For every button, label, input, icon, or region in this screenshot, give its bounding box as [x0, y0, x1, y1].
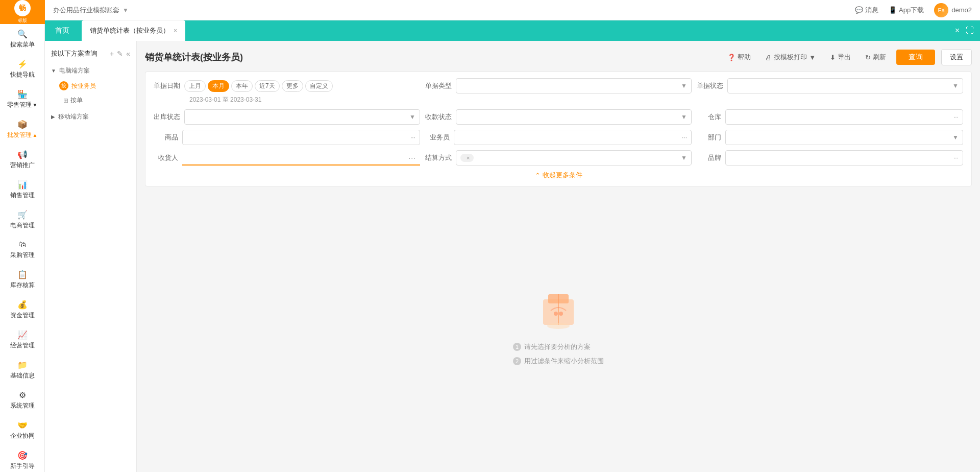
payment-method-select[interactable]: × ▼ — [456, 150, 692, 166]
message-button[interactable]: 💬 消息 — [855, 6, 878, 15]
doc-type-field-wrap: 单据类型 ▼ — [425, 78, 692, 93]
payment-method-tag: × — [460, 154, 474, 162]
goods-dots-icon: ··· — [410, 134, 415, 141]
sidebar-item-ecommerce[interactable]: 🛒 电商管理 — [0, 205, 45, 235]
refresh-button[interactable]: ↻ 刷新 — [861, 51, 890, 64]
sidebar-item-inventory[interactable]: 📋 库存核算 — [0, 265, 45, 295]
warehouse-select[interactable]: ··· — [725, 109, 963, 125]
wholesale-icon: 📦 — [17, 120, 28, 129]
sidebar: 畅 标版 🔍 搜索菜单 ⚡ 快捷导航 🏪 零售管理 ▼ 📦 批发管理 ▲ 📢 营… — [0, 0, 45, 472]
date-btn-last-month[interactable]: 上月 — [184, 80, 206, 92]
app-download-button[interactable]: 📱 App下载 — [889, 6, 924, 15]
doc-type-label: 单据类型 — [425, 81, 456, 90]
message-icon: 💬 — [855, 6, 863, 14]
svg-point-3 — [547, 323, 570, 329]
receipt-status-input-wrap[interactable]: ▼ — [456, 109, 692, 125]
collapse-filters-button[interactable]: ⌃ 收起更多条件 — [154, 171, 963, 180]
payment-method-arrow-icon: ▼ — [681, 154, 687, 161]
tab-bar-close-button[interactable]: × — [953, 24, 962, 37]
page-title-bar: 销货单统计表(按业务员) ❓ 帮助 🖨 按模板打印 ▼ ⬇ 导出 — [145, 49, 972, 65]
scheme-group-mobile-label: 移动端方案 — [58, 112, 89, 121]
date-btn-more[interactable]: 更多 — [282, 80, 303, 92]
add-scheme-icon[interactable]: + — [110, 50, 114, 58]
sidebar-item-quick-nav[interactable]: ⚡ 快捷导航 — [0, 54, 45, 84]
sales-icon: 📊 — [17, 180, 28, 190]
goods-input-wrap[interactable]: ··· — [182, 130, 420, 145]
scheme-group-desktop-header[interactable]: ▼ 电脑端方案 — [45, 63, 136, 78]
doc-type-input-wrap[interactable]: ▼ — [456, 78, 692, 93]
doc-type-select[interactable]: ▼ — [456, 78, 692, 93]
page-title: 销货单统计表(按业务员) — [145, 51, 243, 63]
print-icon: 🖨 — [765, 54, 772, 61]
date-btn-this-year[interactable]: 本年 — [231, 80, 253, 92]
doc-status-field-wrap: 单据状态 ▼ — [697, 78, 963, 93]
scheme-order-icon: ⊞ — [63, 97, 68, 104]
tab-active[interactable]: 销货单统计表（按业务员） × — [82, 20, 185, 41]
export-button[interactable]: ⬇ 导出 — [826, 51, 855, 64]
scheme-group-mobile-header[interactable]: ▶ 移动端方案 — [45, 109, 136, 124]
scheme-order-label: 按单 — [70, 96, 83, 105]
out-status-arrow-icon: ▼ — [409, 113, 415, 121]
sidebar-item-purchase[interactable]: 🛍 采购管理 — [0, 235, 45, 265]
dept-input-wrap[interactable]: ▼ — [725, 130, 963, 145]
sidebar-item-wholesale[interactable]: 📦 批发管理 ▲ — [0, 114, 45, 145]
tab-bar-maximize-button[interactable]: ⛶ — [964, 24, 976, 37]
sidebar-item-enterprise[interactable]: 🤝 企业协同 — [0, 415, 45, 445]
consignee-input[interactable] — [182, 150, 420, 166]
consignee-input-wrap[interactable]: ··· — [182, 150, 420, 166]
tip-num-2: 2 — [513, 357, 521, 365]
payment-tag-close-icon[interactable]: × — [467, 155, 470, 161]
brand-select[interactable]: ··· — [725, 150, 963, 166]
filter-section: 单据日期 上月 本月 本年 近7天 更多 自定义 单据类型 — [145, 72, 972, 186]
salesman-select[interactable]: ··· — [454, 130, 692, 145]
sidebar-item-marketing[interactable]: 📢 营销推广 — [0, 145, 45, 175]
query-button[interactable]: 查询 — [896, 50, 935, 65]
sidebar-item-retail[interactable]: 🏪 零售管理 ▼ — [0, 84, 45, 114]
goods-select[interactable]: ··· — [182, 130, 420, 145]
empty-illustration — [528, 281, 589, 333]
sidebar-item-finance[interactable]: 💰 资金管理 — [0, 295, 45, 325]
goods-field-wrap: 商品 ··· — [154, 130, 420, 145]
app-logo[interactable]: 畅 标版 — [0, 0, 45, 24]
out-status-input-wrap[interactable]: ▼ — [184, 109, 420, 125]
tab-home[interactable]: 首页 — [45, 20, 80, 41]
tab-bar-right: × ⛶ — [953, 24, 980, 37]
sidebar-item-system[interactable]: ⚙ 系统管理 — [0, 385, 45, 415]
date-btn-last-7-days[interactable]: 近7天 — [255, 80, 280, 92]
sidebar-item-basic-info[interactable]: 📁 基础信息 — [0, 355, 45, 385]
receipt-status-select[interactable]: ▼ — [456, 109, 692, 125]
dept-select[interactable]: ▼ — [725, 130, 963, 145]
doc-status-input-wrap[interactable]: ▼ — [727, 78, 963, 93]
header-title: 办公用品行业模拟账套 — [53, 6, 119, 15]
receipt-status-arrow-icon: ▼ — [681, 113, 687, 121]
settings-button[interactable]: 设置 — [941, 49, 972, 65]
header-title-wrap[interactable]: 办公用品行业模拟账套 ▼ — [53, 6, 129, 15]
scheme-item-by-order[interactable]: ⊞ 按单 — [45, 93, 136, 107]
scheme-item-salesman[interactable]: 按 按业务员 — [45, 78, 136, 93]
doc-type-arrow-icon: ▼ — [681, 82, 687, 89]
date-label: 单据日期 — [154, 81, 184, 90]
marketing-icon: 📢 — [17, 150, 28, 159]
empty-tip-2: 2 用过滤条件来缩小分析范围 — [513, 355, 604, 367]
sidebar-item-sales[interactable]: 📊 销售管理 — [0, 175, 45, 205]
scheme-group-expand-icon: ▼ — [51, 68, 56, 74]
filter-row-4: 收货人 ··· 结算方式 × — [154, 150, 963, 166]
payment-method-input-wrap[interactable]: × ▼ — [456, 150, 692, 166]
user-info[interactable]: Ea demo2 — [934, 3, 972, 17]
sidebar-item-guide[interactable]: 🎯 新手引导 — [0, 445, 45, 472]
sidebar-item-search[interactable]: 🔍 搜索菜单 — [0, 24, 45, 54]
help-button[interactable]: ❓ 帮助 — [723, 51, 755, 64]
date-btn-this-month[interactable]: 本月 — [208, 80, 229, 92]
salesman-input-wrap[interactable]: ··· — [454, 130, 692, 145]
out-status-select[interactable]: ▼ — [184, 109, 420, 125]
warehouse-input-wrap[interactable]: ··· — [725, 109, 963, 125]
date-btn-custom[interactable]: 自定义 — [305, 80, 333, 92]
doc-status-select[interactable]: ▼ — [727, 78, 963, 93]
sidebar-item-operations[interactable]: 📈 经营管理 — [0, 325, 45, 355]
collapse-panel-icon[interactable]: « — [126, 50, 130, 58]
brand-input-wrap[interactable]: ··· — [725, 150, 963, 166]
tab-close-icon[interactable]: × — [174, 27, 177, 34]
template-print-button[interactable]: 🖨 按模板打印 ▼ — [761, 51, 820, 64]
edit-scheme-icon[interactable]: ✎ — [117, 50, 123, 58]
consignee-field-wrap: 收货人 ··· — [154, 150, 420, 166]
